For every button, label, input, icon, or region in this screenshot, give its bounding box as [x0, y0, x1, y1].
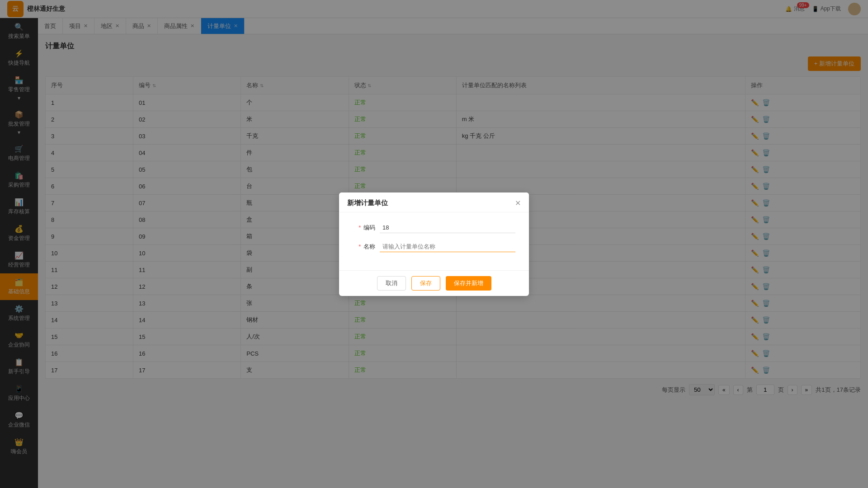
modal-close-button[interactable]: ✕	[515, 199, 521, 207]
modal-title: 新增计量单位	[347, 199, 388, 207]
code-input[interactable]	[380, 222, 515, 233]
form-row-name: * 名称	[353, 241, 515, 252]
save-and-new-button[interactable]: 保存并新增	[446, 276, 491, 291]
name-label: * 名称	[353, 243, 375, 251]
cancel-button[interactable]: 取消	[377, 276, 406, 291]
add-unit-modal: 新增计量单位 ✕ * 编码 * 名称 取消 保存 保存并新增	[339, 192, 529, 296]
required-marker: *	[359, 243, 361, 250]
code-label: * 编码	[353, 224, 375, 232]
required-marker: *	[359, 224, 361, 231]
modal-overlay: 新增计量单位 ✕ * 编码 * 名称 取消 保存 保存并新增	[0, 0, 868, 488]
save-button[interactable]: 保存	[411, 276, 440, 291]
modal-footer: 取消 保存 保存并新增	[339, 270, 529, 296]
modal-body: * 编码 * 名称	[339, 212, 529, 270]
form-row-code: * 编码	[353, 222, 515, 233]
modal-header: 新增计量单位 ✕	[339, 192, 529, 212]
name-input[interactable]	[380, 241, 515, 252]
